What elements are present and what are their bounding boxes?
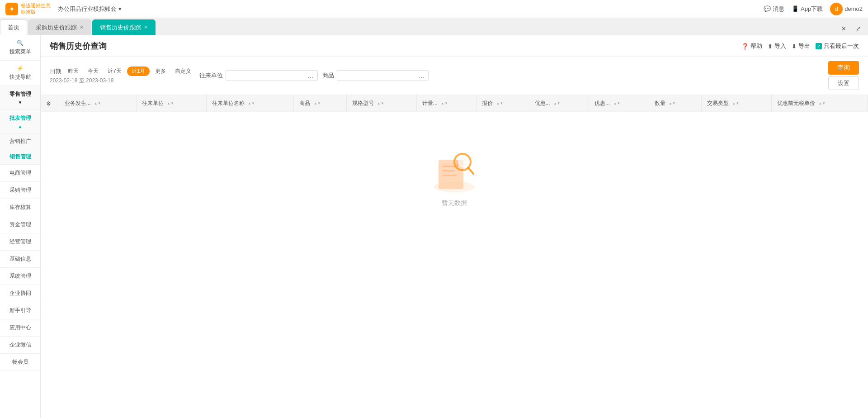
sort-icon: ▲▼ xyxy=(553,101,561,105)
sidebar-item-purchase[interactable]: 采购管理 xyxy=(0,182,40,199)
date-opt-more[interactable]: 更多 xyxy=(151,66,170,76)
sidebar: 🔍 搜索菜单 ⚡ 快捷导航 零售管理 ▼ 批发管理 ▲ 营销推广 销售管理 电商… xyxy=(0,35,41,418)
sidebar-item-sales-mgmt[interactable]: 销售管理 xyxy=(0,149,40,165)
sidebar-item-enterprise-coop[interactable]: 企业协同 xyxy=(0,285,40,302)
filter-bar: 日期 昨天 今天 近7天 近1月 更多 自定义 2023-02-18 至 202… xyxy=(41,57,868,95)
chevron-down-icon: ▼ xyxy=(18,100,23,105)
th-product[interactable]: 商品 ▲▼ xyxy=(294,95,346,112)
close-tab-action[interactable]: ✕ xyxy=(837,22,850,35)
sidebar-item-quick-nav[interactable]: ⚡ 快捷导航 xyxy=(0,61,40,86)
sort-icon: ▲▼ xyxy=(669,101,676,105)
sort-icon: ▲▼ xyxy=(441,101,448,105)
message-action[interactable]: 💬 消息 xyxy=(764,5,784,13)
tab-sales-history[interactable]: 销售历史价跟踪 ✕ xyxy=(92,19,156,35)
svg-point-8 xyxy=(458,157,467,167)
sort-icon: ▲▼ xyxy=(94,101,101,105)
customer-input-field[interactable] xyxy=(230,72,306,79)
date-opt-today[interactable]: 今天 xyxy=(84,66,102,76)
content-area: 销售历史价查询 ❓ 帮助 ⬆ 导入 ⬇ 导出 只看最后一次 xyxy=(41,35,868,418)
page-header: 销售历史价查询 ❓ 帮助 ⬆ 导入 ⬇ 导出 只看最后一次 xyxy=(41,35,868,57)
topbar-left: ✦ 畅捷通好生意 标准版 办公用品行业模拟账套 ▾ xyxy=(5,3,125,15)
app-download-action[interactable]: 📱 App下载 xyxy=(792,5,823,13)
workspace-selector[interactable]: 办公用品行业模拟账套 ▾ xyxy=(54,3,125,15)
sidebar-item-member[interactable]: 畅会员 xyxy=(0,354,40,371)
product-input-field[interactable] xyxy=(341,72,417,79)
table-header: ⚙ 业务发生... ▲▼ 往来单位 ▲▼ 往来单位名称 ▲▼ xyxy=(41,95,868,112)
page-title: 销售历史价查询 xyxy=(50,41,107,52)
th-discount2[interactable]: 优惠... ▲▼ xyxy=(589,95,649,112)
only-last-checkbox[interactable] xyxy=(816,43,822,49)
empty-state: 暂无数据 xyxy=(41,112,868,243)
download-icon: 📱 xyxy=(792,5,799,12)
sort-icon: ▲▼ xyxy=(167,101,174,105)
product-filter-input[interactable]: ... xyxy=(337,70,429,81)
th-discount1[interactable]: 优惠... ▲▼ xyxy=(529,95,589,112)
sidebar-item-basic-info[interactable]: 基础信息 xyxy=(0,251,40,268)
date-opt-7days[interactable]: 近7天 xyxy=(104,66,125,76)
sidebar-item-app-center[interactable]: 应用中心 xyxy=(0,319,40,337)
message-icon: 💬 xyxy=(764,5,771,12)
sort-icon: ▲▼ xyxy=(496,101,504,105)
sidebar-item-sys-mgmt[interactable]: 系统管理 xyxy=(0,268,40,285)
expand-tab-action[interactable]: ⤢ xyxy=(852,22,864,35)
sidebar-item-operations[interactable]: 经营管理 xyxy=(0,233,40,251)
th-biz-date[interactable]: 业务发生... ▲▼ xyxy=(59,95,136,112)
query-button[interactable]: 查询 xyxy=(828,61,859,75)
import-icon: ⬆ xyxy=(768,43,773,50)
only-last-wrap[interactable]: 只看最后一次 xyxy=(816,42,859,50)
sort-icon: ▲▼ xyxy=(732,101,739,105)
th-settings[interactable]: ⚙ xyxy=(41,95,59,112)
avatar: d xyxy=(830,3,843,15)
search-icon: 🔍 xyxy=(17,40,24,46)
th-trade-type[interactable]: 交易类型 ▲▼ xyxy=(701,95,771,112)
date-opt-1month[interactable]: 近1月 xyxy=(127,66,150,76)
sort-icon: ▲▼ xyxy=(314,101,321,105)
tab-close-sales[interactable]: ✕ xyxy=(144,24,148,30)
sidebar-item-enterprise-wechat[interactable]: 企业微信 xyxy=(0,337,40,354)
tab-actions: ✕ ⤢ xyxy=(837,22,868,35)
date-range-text: 2023-02-18 至 2023-03-18 xyxy=(50,77,113,84)
settings-button[interactable]: 设置 xyxy=(828,76,859,90)
th-qty[interactable]: 数量 ▲▼ xyxy=(649,95,701,112)
logo-area: ✦ 畅捷通好生意 标准版 xyxy=(5,3,51,15)
svg-line-9 xyxy=(468,168,473,174)
sidebar-item-retail-mgmt[interactable]: 零售管理 ▼ xyxy=(0,86,40,110)
topbar: ✦ 畅捷通好生意 标准版 办公用品行业模拟账套 ▾ 💬 消息 📱 App下载 d… xyxy=(0,0,868,18)
tab-close-purchase[interactable]: ✕ xyxy=(80,24,84,30)
sidebar-item-search-menu[interactable]: 🔍 搜索菜单 xyxy=(0,35,40,61)
product-picker-icon[interactable]: ... xyxy=(419,72,425,79)
date-opt-custom[interactable]: 自定义 xyxy=(171,66,195,76)
th-partner-name[interactable]: 往来单位名称 ▲▼ xyxy=(206,95,294,112)
sort-icon: ▲▼ xyxy=(818,101,826,105)
svg-rect-4 xyxy=(442,175,457,176)
logo-text: 畅捷通好生意 标准版 xyxy=(21,3,51,14)
sidebar-item-marketing[interactable]: 营销推广 xyxy=(0,134,40,149)
customer-filter-input[interactable]: ... xyxy=(226,70,317,81)
th-partner-code[interactable]: 往来单位 ▲▼ xyxy=(136,95,206,112)
sidebar-item-wholesale-mgmt[interactable]: 批发管理 ▲ xyxy=(0,110,40,134)
empty-text: 暂无数据 xyxy=(442,199,467,207)
export-icon: ⬇ xyxy=(792,43,797,50)
main-layout: 🔍 搜索菜单 ⚡ 快捷导航 零售管理 ▼ 批发管理 ▲ 营销推广 销售管理 电商… xyxy=(0,35,868,418)
tab-purchase-history[interactable]: 采购历史价跟踪 ✕ xyxy=(28,19,91,35)
th-unit[interactable]: 计量... ▲▼ xyxy=(416,95,476,112)
sidebar-item-inventory[interactable]: 库存核算 xyxy=(0,199,40,216)
th-price[interactable]: 报价 ▲▼ xyxy=(476,95,529,112)
sidebar-item-ecommerce[interactable]: 电商管理 xyxy=(0,165,40,182)
sidebar-item-finance[interactable]: 资金管理 xyxy=(0,216,40,233)
export-action[interactable]: ⬇ 导出 xyxy=(792,42,810,50)
product-filter-label: 商品 xyxy=(322,71,334,80)
user-avatar[interactable]: d demo2 xyxy=(830,3,863,15)
import-action[interactable]: ⬆ 导入 xyxy=(768,42,786,50)
topbar-right: 💬 消息 📱 App下载 d demo2 xyxy=(764,3,863,15)
date-opt-yesterday[interactable]: 昨天 xyxy=(64,66,82,76)
help-action[interactable]: ❓ 帮助 xyxy=(741,42,762,50)
th-pretax-price[interactable]: 优惠前无税单价 ▲▼ xyxy=(771,95,868,112)
th-spec[interactable]: 规格型号 ▲▼ xyxy=(346,95,416,112)
empty-illustration xyxy=(427,148,481,194)
customer-picker-icon[interactable]: ... xyxy=(307,72,313,79)
tab-home[interactable]: 首页 xyxy=(0,19,27,35)
logo-icon: ✦ xyxy=(5,3,18,15)
sort-icon: ▲▼ xyxy=(377,101,384,105)
sidebar-item-beginner[interactable]: 新手引导 xyxy=(0,302,40,319)
